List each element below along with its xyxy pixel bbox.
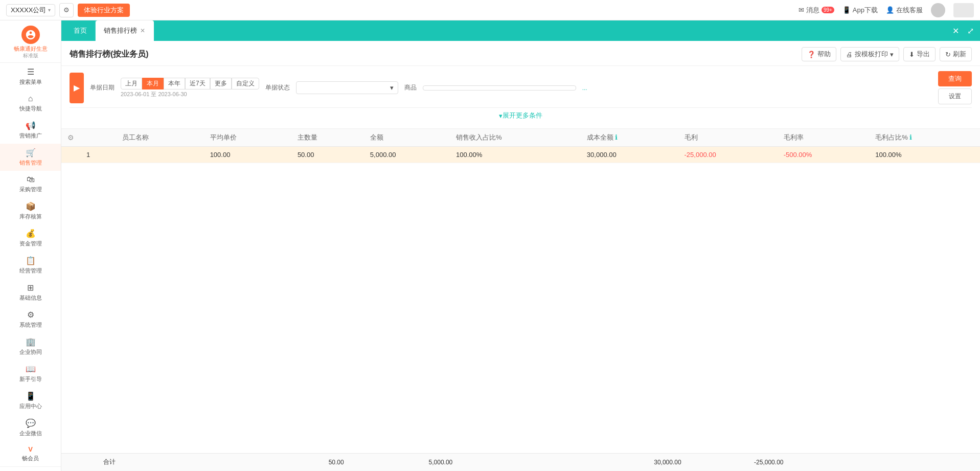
- sidebar-item-finance-label: 资金管理: [19, 240, 42, 248]
- settings-button[interactable]: 设置: [938, 88, 972, 104]
- chevron-down-icon: ▾: [48, 7, 51, 13]
- sidebar-item-shortcut[interactable]: ⌂ 快捷导航: [0, 90, 61, 117]
- tab-close-all-button[interactable]: ✕: [950, 25, 961, 37]
- sidebar-item-sales[interactable]: 🛒 销售管理: [0, 144, 61, 171]
- appstore-icon: 📱: [26, 391, 36, 401]
- footer-qty-cell: 50.00: [323, 454, 423, 471]
- wechat-icon: 💬: [26, 418, 36, 428]
- help-button[interactable]: ❓ 帮助: [802, 47, 836, 61]
- message-icon: ✉: [799, 6, 804, 14]
- sidebar-item-appstore[interactable]: 📱 应用中心: [0, 387, 61, 414]
- sidebar-item-marketing[interactable]: 📢 营销推广: [0, 117, 61, 144]
- trial-button[interactable]: 体验行业方案: [78, 4, 130, 17]
- sidebar-item-inventory-label: 库存核算: [19, 213, 42, 220]
- query-button[interactable]: 查询: [938, 71, 972, 86]
- footer-gross-cell: -25,000.00: [748, 454, 850, 471]
- sidebar-item-guide-label: 新手引导: [19, 375, 42, 383]
- date-prev-month-button[interactable]: 上月: [121, 78, 142, 89]
- date-custom-button[interactable]: 自定义: [232, 78, 259, 89]
- sidebar-item-system-label: 系统管理: [19, 321, 42, 329]
- tab-close-icon[interactable]: ✕: [140, 27, 145, 34]
- company-selector[interactable]: XXXXX公司 ▾: [6, 4, 55, 16]
- logo-icon: [21, 26, 40, 44]
- sidebar-item-search[interactable]: ☰ 搜索菜单: [0, 63, 61, 90]
- sidebar-item-basic[interactable]: ⊞ 基础信息: [0, 279, 61, 306]
- sidebar-item-enterprise-label: 企业协同: [19, 348, 42, 356]
- sidebar-item-inventory[interactable]: 📦 库存核算: [0, 197, 61, 225]
- cost-help-icon: ℹ: [615, 133, 618, 141]
- date-7days-button[interactable]: 近7天: [185, 78, 210, 89]
- table-header: ⚙ 员工名称 平均单价 主数量 全额 销售收入占比% 成本全额 ℹ: [61, 129, 980, 147]
- avatar[interactable]: [931, 3, 945, 17]
- col-name: 员工名称: [116, 129, 203, 147]
- export-button[interactable]: ⬇ 导出: [903, 47, 936, 61]
- sidebar-item-purchase[interactable]: 🛍 采购管理: [0, 171, 61, 197]
- sidebar-item-member[interactable]: V 畅会员: [0, 441, 61, 466]
- col-gross-pct: 毛利占比% ℹ: [869, 129, 980, 147]
- app-download-button[interactable]: 📱 App下载: [842, 6, 878, 15]
- footer-gross-rate-cell: [850, 454, 950, 471]
- footer-rank-cell: [77, 454, 97, 471]
- sidebar-item-system[interactable]: ⚙ 系统管理: [0, 306, 61, 333]
- help-icon: ❓: [807, 51, 815, 58]
- expand-chevron-icon: ▾: [499, 112, 503, 120]
- col-rank: [80, 129, 116, 147]
- filter-row-1: ▶ 单据日期 上月 本月 本年 近7天 更多 自定义 2023-06-01 至 …: [70, 71, 972, 104]
- query-area: 查询 设置: [938, 71, 972, 104]
- tab-bar: 首页 销售排行榜 ✕ ✕ ⤢: [61, 20, 980, 41]
- settings-icon[interactable]: ⚙: [59, 3, 74, 17]
- sidebar-item-appstore-label: 应用中心: [19, 402, 42, 410]
- date-cur-month-button[interactable]: 本月: [142, 78, 164, 89]
- sidebar-item-enterprise[interactable]: 🏢 企业协同: [0, 333, 61, 360]
- gross-pct-help-icon: ℹ: [909, 133, 912, 141]
- online-service-button[interactable]: 👤 在线客服: [886, 6, 923, 15]
- column-settings-icon[interactable]: ⚙: [67, 133, 74, 142]
- message-label: 消息: [806, 6, 819, 15]
- messages-button[interactable]: ✉ 消息 99+: [799, 6, 834, 15]
- footer-total-label: 合计: [97, 454, 222, 471]
- page-title: 销售排行榜(按业务员): [70, 49, 802, 60]
- member-icon: V: [28, 445, 33, 453]
- print-label: 按模板打印: [855, 50, 888, 59]
- date-more-button[interactable]: 更多: [210, 78, 232, 89]
- sidebar-item-wechat[interactable]: 💬 企业微信: [0, 414, 61, 441]
- status-select[interactable]: ▾: [296, 81, 398, 94]
- sidebar-item-operations[interactable]: 📋 经营管理: [0, 252, 61, 279]
- export-icon: ⬇: [909, 51, 915, 58]
- print-icon: 🖨: [846, 51, 853, 58]
- footer-table: 合计 50.00 5,000.00 30,000.00 -25,000.00: [61, 454, 980, 471]
- top-bar: XXXXX公司 ▾ ⚙ 体验行业方案 ✉ 消息 99+ 📱 App下载 👤 在线…: [0, 0, 980, 20]
- date-year-button[interactable]: 本年: [164, 78, 185, 89]
- inventory-icon: 📦: [26, 201, 36, 211]
- sidebar-item-guide[interactable]: 📖 新手引导: [0, 360, 61, 387]
- page-header: 销售排行榜(按业务员) ❓ 帮助 🖨 按模板打印 ▾ ⬇ 导出: [61, 41, 980, 66]
- user-name-placeholder[interactable]: [953, 3, 974, 17]
- refresh-label: 刷新: [953, 50, 966, 59]
- logo-sub: 标准版: [23, 52, 38, 59]
- sidebar-bottom: ⚙ ◀: [0, 466, 61, 471]
- tab-sales-rank[interactable]: 销售排行榜 ✕: [96, 20, 154, 41]
- col-avg-price: 平均单价: [204, 129, 291, 147]
- date-shortcuts: 上月 本月 本年 近7天 更多 自定义 2023-06-01 至 2023-06…: [121, 78, 259, 98]
- enterprise-icon: 🏢: [26, 337, 36, 347]
- date-range-display: 2023-06-01 至 2023-06-30: [121, 91, 259, 98]
- logo-text: 畅康通好生意: [14, 45, 48, 52]
- tab-expand-button[interactable]: ⤢: [965, 25, 976, 37]
- tab-home[interactable]: 首页: [65, 20, 96, 41]
- goods-more-link[interactable]: ...: [582, 84, 587, 92]
- sidebar-item-finance[interactable]: 💰 资金管理: [0, 225, 61, 252]
- col-gross-rate: 毛利率: [778, 129, 869, 147]
- goods-input[interactable]: [423, 85, 576, 91]
- expand-more-button[interactable]: ▾ 展开更多条件: [499, 111, 542, 120]
- refresh-button[interactable]: ↻ 刷新: [940, 47, 972, 61]
- print-chevron-icon: ▾: [890, 51, 894, 58]
- footer-gross-pct-cell: [950, 454, 980, 471]
- tab-bar-right: ✕ ⤢: [950, 25, 976, 37]
- table-body: 1100.0050.005,000.00100.00%30,000.00-25,…: [61, 147, 980, 163]
- sidebar-item-marketing-label: 营销推广: [19, 132, 42, 140]
- print-button[interactable]: 🖨 按模板打印 ▾: [840, 47, 899, 61]
- purchase-icon: 🛍: [27, 175, 35, 184]
- table-area: ⚙ 员工名称 平均单价 主数量 全额 销售收入占比% 成本全额 ℹ: [61, 129, 980, 453]
- table-row: 1100.0050.005,000.00100.00%30,000.00-25,…: [61, 147, 980, 163]
- filter-collapse-button[interactable]: ▶: [70, 73, 84, 103]
